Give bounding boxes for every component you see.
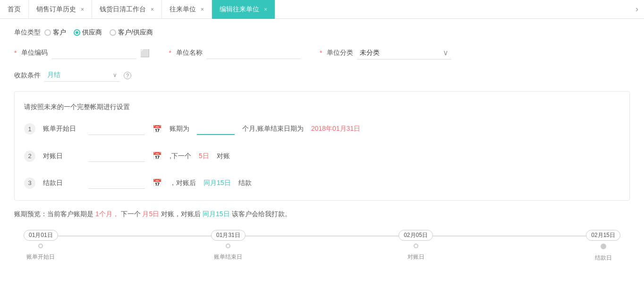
tab-home[interactable]: 首页 bbox=[0, 0, 29, 19]
unit-class-item: * 单位分类 未分类 ∨ bbox=[320, 46, 451, 59]
payment-terms-value: 月结 bbox=[47, 71, 110, 79]
step-2-label: 对账日 bbox=[43, 152, 81, 160]
preview-payment: 同月15日 bbox=[203, 210, 230, 218]
tab-partner-units[interactable]: 往来单位 × bbox=[162, 0, 212, 19]
preview-reconcile-prefix: 下一个 bbox=[121, 210, 141, 218]
step-1-date-input[interactable]: 2018-01-01 bbox=[88, 123, 145, 135]
tab-partner-units-label: 往来单位 bbox=[169, 5, 196, 14]
close-sales-history-icon[interactable]: × bbox=[81, 6, 84, 13]
tab-edit-partner[interactable]: 编辑往来单位 × bbox=[212, 0, 275, 19]
panel-title: 请按照未来的一个完整帐期进行设置 bbox=[24, 103, 620, 111]
radio-supplier-circle bbox=[74, 29, 80, 36]
radio-supplier[interactable]: 供应商 bbox=[74, 28, 102, 37]
preview-month: 1个月， bbox=[95, 210, 119, 218]
timeline-badge-0: 01月01日 bbox=[24, 230, 58, 241]
step-1-period-end: 2018年01月31日 bbox=[311, 125, 360, 133]
tab-sales-history[interactable]: 销售订单历史 × bbox=[29, 0, 92, 19]
radio-customer-circle bbox=[44, 29, 51, 36]
settings-panel: 请按照未来的一个完整帐期进行设置 1 账单开始日 2018-01-01 📅 账期… bbox=[14, 91, 630, 201]
step-2-desc-suffix: 对账 bbox=[217, 152, 230, 160]
step-1-num: 1 bbox=[24, 123, 35, 135]
step-2-desc-prefix: ,下一个 bbox=[169, 152, 191, 160]
step-2-desc-highlight: 5日 bbox=[199, 152, 209, 160]
radio-customer-label: 客户 bbox=[53, 28, 66, 37]
timeline-point-0: 01月01日 账单开始日 bbox=[24, 230, 58, 262]
step-1-period-prefix: 账期为 bbox=[169, 125, 189, 133]
unit-code-input[interactable]: 000001 bbox=[51, 47, 136, 59]
step-1-period-suffix: 个月,账单结束日期为 bbox=[242, 125, 304, 133]
unit-class-chevron: ∨ bbox=[443, 48, 449, 57]
step-2-cal-icon[interactable]: 📅 bbox=[153, 152, 162, 160]
timeline-point-3: 02月15日 结款日 bbox=[586, 230, 620, 262]
timeline-point-1: 01月31日 账单结束日 bbox=[211, 230, 246, 262]
step-3-label: 结款日 bbox=[43, 179, 81, 187]
tab-cash-daily[interactable]: 钱货日清工作台 × bbox=[92, 0, 162, 19]
timeline-container: 01月01日 账单开始日 01月31日 账单结束日 02月05日 对账日 02月… bbox=[14, 230, 630, 262]
timeline-dot-1 bbox=[226, 244, 230, 248]
step-1-period-input[interactable]: 1 bbox=[197, 123, 235, 135]
step-2-date-input[interactable]: 2018-02-05 bbox=[88, 150, 145, 162]
timeline-dot-0 bbox=[38, 244, 43, 248]
radio-both-label: 客户/供应商 bbox=[118, 28, 153, 37]
timeline-badge-3: 02月15日 bbox=[586, 230, 620, 241]
preview-prefix: 账期预览：当前客户账期是 bbox=[14, 210, 93, 218]
unit-type-radio-group: 客户 供应商 客户/供应商 bbox=[44, 28, 153, 37]
step-3-date-input[interactable]: 2018-02-15 bbox=[88, 177, 145, 189]
tab-home-label: 首页 bbox=[8, 5, 21, 14]
step-3-num: 3 bbox=[24, 177, 35, 189]
step-3-row: 3 结款日 2018-02-15 📅 ，对账后 同月15日 结款 bbox=[24, 177, 620, 189]
payment-terms-select[interactable]: 月结 ∨ bbox=[44, 69, 120, 82]
unit-class-select[interactable]: 未分类 ∨ bbox=[357, 46, 451, 59]
payment-terms-item: 收款条件 月结 ∨ ? bbox=[14, 69, 131, 82]
step-2-num: 2 bbox=[24, 151, 35, 162]
timeline-dot-2 bbox=[414, 244, 418, 248]
timeline-label-2: 对账日 bbox=[407, 253, 424, 261]
unit-name-item: * 单位名称 河南供应商22 bbox=[169, 47, 300, 59]
timeline-label-1: 账单结束日 bbox=[214, 253, 242, 261]
step-3-desc-prefix: ，对账后 bbox=[169, 179, 196, 187]
tab-more-button[interactable]: › bbox=[630, 4, 644, 14]
payment-terms-label: 收款条件 bbox=[14, 71, 41, 80]
tabs-bar: 首页 销售订单历史 × 钱货日清工作台 × 往来单位 × 编辑往来单位 × › bbox=[0, 0, 644, 19]
close-partner-units-icon[interactable]: × bbox=[201, 6, 204, 13]
timeline-points: 01月01日 账单开始日 01月31日 账单结束日 02月05日 对账日 02月… bbox=[24, 230, 620, 262]
page-content: 单位类型 客户 供应商 客户/供应商 * 单位编码 00000 bbox=[0, 19, 644, 287]
radio-both-circle bbox=[110, 29, 116, 36]
preview-reconcile: 月5日 bbox=[142, 210, 159, 218]
close-cash-daily-icon[interactable]: × bbox=[151, 6, 154, 13]
step-2-row: 2 对账日 2018-02-05 📅 ,下一个 5日 对账 bbox=[24, 150, 620, 162]
step-3-desc-highlight: 同月15日 bbox=[203, 179, 231, 187]
timeline-badge-2: 02月05日 bbox=[398, 230, 433, 241]
unit-name-input[interactable]: 河南供应商22 bbox=[206, 47, 301, 59]
unit-code-copy-icon[interactable]: ⬜ bbox=[140, 49, 150, 58]
payment-terms-chevron: ∨ bbox=[113, 72, 117, 78]
unit-type-item: 单位类型 客户 供应商 客户/供应商 bbox=[14, 28, 153, 37]
payment-terms-help-icon[interactable]: ? bbox=[124, 72, 131, 79]
radio-supplier-label: 供应商 bbox=[82, 28, 102, 37]
radio-both[interactable]: 客户/供应商 bbox=[110, 28, 153, 37]
preview-text-row: 账期预览：当前客户账期是 1个月， 下一个 月5日 对账，对账后 同月15日 该… bbox=[14, 210, 630, 219]
step-1-row: 1 账单开始日 2018-01-01 📅 账期为 1 个月,账单结束日期为 20… bbox=[24, 123, 620, 135]
unit-info-row: * 单位编码 000001 ⬜ * 单位名称 河南供应商22 * 单位分类 未分… bbox=[14, 46, 630, 59]
tab-cash-daily-label: 钱货日清工作台 bbox=[100, 5, 146, 14]
timeline-point-2: 02月05日 对账日 bbox=[398, 230, 433, 262]
step-3-cal-icon[interactable]: 📅 bbox=[153, 178, 162, 187]
step-1-cal-icon[interactable]: 📅 bbox=[153, 125, 162, 134]
timeline-dot-3 bbox=[601, 244, 606, 249]
step-1-label: 账单开始日 bbox=[43, 125, 81, 133]
unit-class-label: 单位分类 bbox=[327, 49, 353, 57]
radio-customer[interactable]: 客户 bbox=[44, 28, 66, 37]
step-3-desc-suffix: 结款 bbox=[238, 179, 252, 187]
preview-middle: 对账，对账后 bbox=[161, 210, 201, 218]
payment-terms-row: 收款条件 月结 ∨ ? bbox=[14, 69, 630, 82]
unit-code-required: * bbox=[14, 49, 17, 57]
tab-sales-history-label: 销售订单历史 bbox=[36, 5, 76, 14]
unit-name-label: 单位名称 bbox=[176, 49, 203, 57]
preview-suffix: 该客户会给我打款。 bbox=[232, 210, 291, 218]
unit-type-label: 单位类型 bbox=[14, 28, 41, 37]
unit-class-required: * bbox=[320, 49, 322, 57]
close-edit-partner-icon[interactable]: × bbox=[264, 6, 267, 13]
unit-code-item: * 单位编码 000001 ⬜ bbox=[14, 47, 150, 59]
unit-name-required: * bbox=[169, 49, 171, 57]
tab-edit-partner-label: 编辑往来单位 bbox=[220, 5, 259, 14]
